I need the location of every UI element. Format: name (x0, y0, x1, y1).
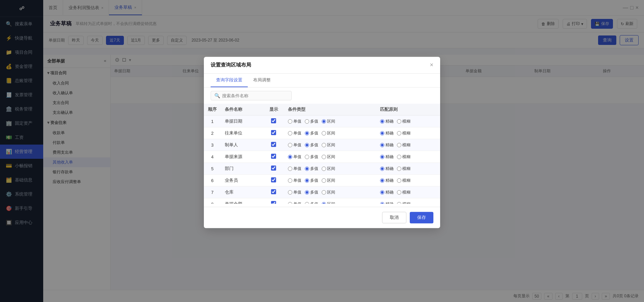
modal-search-input[interactable] (222, 93, 283, 98)
match-type-group: 精确 模糊 (380, 130, 436, 136)
cell-name: 单据来源 (221, 151, 264, 163)
table-row: 2 往来单位 单值 多值 区间 精确 模糊 (204, 127, 440, 139)
match-type-group: 精确 模糊 (380, 178, 436, 183)
match-type-radio[interactable]: 精确 (380, 178, 394, 183)
match-type-radio[interactable]: 模糊 (397, 190, 410, 195)
condition-type-radio[interactable]: 多值 (305, 142, 318, 148)
modal-col-name: 条件名称 (221, 104, 264, 116)
match-type-group: 精确 模糊 (380, 142, 436, 148)
condition-type-radio[interactable]: 多值 (305, 178, 318, 183)
cell-match-type: 精确 模糊 (376, 127, 440, 139)
condition-type-radio[interactable]: 区间 (322, 119, 335, 124)
condition-type-radio[interactable]: 单值 (288, 190, 301, 195)
condition-type-radio[interactable]: 区间 (322, 166, 335, 172)
cell-match-type: 精确 模糊 (376, 139, 440, 151)
condition-type-group: 单值 多值 区间 (288, 178, 372, 183)
match-type-radio[interactable]: 模糊 (397, 178, 410, 183)
show-checkbox[interactable] (271, 118, 276, 123)
condition-type-radio[interactable]: 单值 (288, 119, 301, 124)
cell-condition-type: 单值 多值 区间 (284, 198, 376, 204)
cell-order: 3 (204, 139, 221, 151)
condition-type-radio[interactable]: 区间 (322, 201, 335, 204)
match-type-group: 精确 模糊 (380, 119, 436, 124)
match-type-radio[interactable]: 精确 (380, 166, 394, 172)
match-type-radio[interactable]: 模糊 (397, 154, 410, 160)
cell-order: 5 (204, 163, 221, 175)
modal-footer: 取消 保存 (204, 207, 440, 228)
condition-type-radio[interactable]: 多值 (305, 201, 318, 204)
condition-type-radio[interactable]: 多值 (305, 166, 318, 172)
condition-type-radio[interactable]: 区间 (322, 178, 335, 183)
match-type-radio[interactable]: 模糊 (397, 142, 410, 148)
match-type-group: 精确 模糊 (380, 166, 436, 172)
condition-type-group: 单值 多值 区间 (288, 166, 372, 172)
cell-order: 6 (204, 175, 221, 186)
modal-dialog: 设置查询区域布局 × 查询字段设置 布局调整 🔍 顺序 条件名称 显示 (204, 57, 440, 228)
search-box: 🔍 (211, 91, 292, 100)
condition-type-radio[interactable]: 区间 (322, 130, 335, 136)
show-checkbox[interactable] (271, 130, 276, 135)
match-type-radio[interactable]: 精确 (380, 142, 394, 148)
condition-type-radio[interactable]: 单值 (288, 142, 301, 148)
condition-type-radio[interactable]: 多值 (305, 154, 318, 160)
cell-order: 2 (204, 127, 221, 139)
modal-tabs: 查询字段设置 布局调整 (204, 74, 440, 87)
condition-type-radio[interactable]: 单值 (288, 154, 301, 160)
cell-show (264, 186, 284, 198)
show-checkbox[interactable] (271, 166, 276, 171)
modal-search-icon: 🔍 (214, 93, 220, 98)
condition-type-radio[interactable]: 单值 (288, 166, 301, 172)
tab-layout[interactable]: 布局调整 (248, 74, 276, 87)
cell-order: 1 (204, 116, 221, 127)
match-type-radio[interactable]: 模糊 (397, 130, 410, 136)
show-checkbox[interactable] (271, 177, 276, 182)
cell-match-type: 精确 模糊 (376, 116, 440, 127)
condition-type-group: 单值 多值 区间 (288, 119, 372, 124)
tab-query-field[interactable]: 查询字段设置 (211, 74, 248, 87)
match-type-radio[interactable]: 精确 (380, 154, 394, 160)
cancel-button[interactable]: 取消 (382, 212, 406, 223)
modal-title: 设置查询区域布局 (211, 62, 251, 68)
cell-match-type: 精确 模糊 (376, 186, 440, 198)
modal-save-button[interactable]: 保存 (410, 212, 433, 223)
show-checkbox[interactable] (271, 154, 276, 159)
condition-type-group: 单值 多值 区间 (288, 201, 372, 204)
cell-show (264, 139, 284, 151)
condition-type-radio[interactable]: 区间 (322, 154, 335, 160)
show-checkbox[interactable] (271, 189, 276, 194)
cell-show (264, 163, 284, 175)
match-type-radio[interactable]: 精确 (380, 119, 394, 124)
modal-close-button[interactable]: × (430, 61, 433, 69)
match-type-radio[interactable]: 精确 (380, 190, 394, 195)
match-type-radio[interactable]: 模糊 (397, 166, 410, 172)
match-type-radio[interactable]: 模糊 (397, 201, 410, 204)
condition-type-radio[interactable]: 多值 (305, 119, 318, 124)
modal-body: 查询字段设置 布局调整 🔍 顺序 条件名称 显示 条件类型 匹配原则 (204, 74, 440, 207)
show-checkbox[interactable] (271, 201, 276, 203)
table-row: 7 仓库 单值 多值 区间 精确 模糊 (204, 186, 440, 198)
table-row: 8 单据金额 单值 多值 区间 精确 模糊 (204, 198, 440, 204)
condition-type-radio[interactable]: 单值 (288, 130, 301, 136)
match-type-radio[interactable]: 精确 (380, 201, 394, 204)
match-type-radio[interactable]: 模糊 (397, 119, 410, 124)
table-row: 6 业务员 单值 多值 区间 精确 模糊 (204, 175, 440, 186)
modal-col-order: 顺序 (204, 104, 221, 116)
cell-order: 7 (204, 186, 221, 198)
condition-type-radio[interactable]: 单值 (288, 201, 301, 204)
match-type-group: 精确 模糊 (380, 190, 436, 195)
match-type-radio[interactable]: 精确 (380, 130, 394, 136)
condition-type-radio[interactable]: 区间 (322, 190, 335, 195)
modal-table: 顺序 条件名称 显示 条件类型 匹配原则 1 单据日期 单值 多值 区间 (204, 104, 440, 203)
table-row: 3 制单人 单值 多值 区间 精确 模糊 (204, 139, 440, 151)
modal-table-wrapper: 顺序 条件名称 显示 条件类型 匹配原则 1 单据日期 单值 多值 区间 (204, 104, 440, 203)
cell-condition-type: 单值 多值 区间 (284, 151, 376, 163)
cell-match-type: 精确 模糊 (376, 175, 440, 186)
condition-type-radio[interactable]: 区间 (322, 142, 335, 148)
condition-type-radio[interactable]: 单值 (288, 178, 301, 183)
cell-name: 单据日期 (221, 116, 264, 127)
cell-condition-type: 单值 多值 区间 (284, 139, 376, 151)
show-checkbox[interactable] (271, 142, 276, 147)
condition-type-radio[interactable]: 多值 (305, 130, 318, 136)
cell-condition-type: 单值 多值 区间 (284, 116, 376, 127)
condition-type-radio[interactable]: 多值 (305, 190, 318, 195)
